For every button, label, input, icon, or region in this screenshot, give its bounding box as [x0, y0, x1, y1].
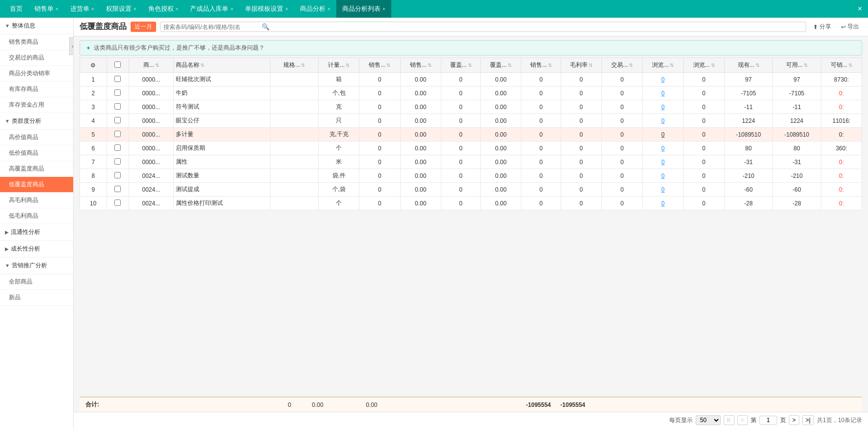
nav-purchase-order[interactable]: 进货单 ×	[64, 0, 100, 18]
sidebar-item-stock-funds[interactable]: 库存资金占用	[0, 97, 73, 113]
col-name-header[interactable]: 商品名称⇅	[173, 58, 270, 73]
sidebar-item-new-goods[interactable]: 新品	[0, 290, 73, 306]
row-num: 4	[80, 114, 107, 128]
page-number-input[interactable]	[760, 416, 777, 425]
row-browse1[interactable]: 0	[643, 197, 683, 210]
close-icon[interactable]: ×	[176, 6, 179, 12]
row-checkbox[interactable]	[107, 86, 129, 100]
row-browse1[interactable]: 0	[643, 128, 683, 142]
col-cov2-header[interactable]: 覆盖...⇅	[481, 58, 521, 73]
row-browse1[interactable]: 0	[643, 73, 683, 86]
close-icon[interactable]: ×	[134, 6, 136, 12]
col-sku-header[interactable]: 商...⇅	[129, 58, 173, 73]
row-checkbox[interactable]	[107, 73, 129, 86]
col-cov1-header[interactable]: 覆盖...⇅	[441, 58, 480, 73]
close-icon[interactable]: ×	[91, 6, 94, 12]
sidebar-item-high-margin[interactable]: 高毛利商品	[0, 193, 73, 208]
col-sales-cnt-header[interactable]: 销售...⇅	[359, 58, 400, 73]
row-checkbox[interactable]	[107, 169, 129, 183]
sidebar-section-overview[interactable]: ▼ 整体信息	[0, 18, 73, 34]
row-browse1[interactable]: 0	[643, 114, 683, 128]
close-icon[interactable]: ×	[285, 6, 288, 12]
row-name: 属性	[173, 155, 270, 169]
nav-product-inbound[interactable]: 产成品入库单 ×	[184, 0, 239, 18]
sidebar-section-marketing[interactable]: ▼ 营销推广分析	[0, 257, 73, 274]
close-all-button[interactable]: ×	[858, 4, 862, 13]
search-icon: 🔍	[262, 23, 270, 30]
nav-sales-order[interactable]: 销售单 ×	[28, 0, 64, 18]
col-sale2-header[interactable]: 销售...⇅	[521, 58, 561, 73]
sidebar-item-sales-goods[interactable]: 销售类商品	[0, 34, 73, 50]
col-margin-header[interactable]: 毛利率⇅	[561, 58, 601, 73]
sidebar-section-cluster[interactable]: ▼ 类群度分析	[0, 113, 73, 130]
select-all-checkbox[interactable]	[114, 61, 121, 68]
nav-template-settings[interactable]: 单据模板设置 ×	[239, 0, 294, 18]
col-browse2-header[interactable]: 浏览...⇅	[683, 58, 724, 73]
row-trans: 0	[601, 128, 642, 142]
first-page-button[interactable]: K	[724, 415, 734, 425]
row-browse1[interactable]: 0	[643, 142, 683, 155]
search-input[interactable]	[163, 24, 262, 30]
page-size-select[interactable]: 50 100 200	[696, 415, 721, 425]
row-checkbox[interactable]	[107, 183, 129, 197]
sidebar-item-low-coverage[interactable]: 低覆盖度商品	[0, 177, 73, 193]
table-container[interactable]: ⚙ 商...⇅ 商品名称⇅ 规格...⇅ 计量...⇅ 销售...⇅ 销售...…	[80, 57, 862, 397]
row-checkbox[interactable]	[107, 114, 129, 128]
nav-home[interactable]: 首页	[4, 0, 28, 18]
row-browse1[interactable]: 0	[643, 100, 683, 114]
col-unit-header[interactable]: 计量...⇅	[319, 58, 359, 73]
col-settings[interactable]: ⚙	[80, 58, 107, 73]
row-checkbox[interactable]	[107, 197, 129, 210]
row-browse1[interactable]: 0	[643, 155, 683, 169]
close-icon[interactable]: ×	[382, 6, 385, 12]
sidebar-item-low-margin[interactable]: 低毛利商品	[0, 208, 73, 224]
row-browse1[interactable]: 0	[643, 169, 683, 183]
sidebar-item-high-coverage[interactable]: 高覆盖度商品	[0, 161, 73, 177]
last-page-button[interactable]: >|	[802, 415, 814, 425]
export-button[interactable]: ↩ 导出	[838, 22, 862, 32]
sidebar-item-all-goods[interactable]: 全部商品	[0, 274, 73, 290]
table-row: 5 0000... 多计量 克,千克 0 0.00 0 0.00 0 0 0 0…	[80, 128, 862, 142]
sidebar-section-liquidity[interactable]: ▶ 流通性分析	[0, 224, 73, 241]
totals-cov2: 0.00	[357, 401, 386, 408]
nav-product-analysis[interactable]: 商品分析 ×	[294, 0, 336, 18]
prev-page-button[interactable]: <	[737, 415, 748, 425]
row-checkbox[interactable]	[107, 128, 129, 142]
nav-permissions[interactable]: 权限设置 ×	[100, 0, 142, 18]
row-margin: 0	[561, 114, 601, 128]
sidebar-item-traded-goods[interactable]: 交易过的商品	[0, 50, 73, 66]
row-checkbox[interactable]	[107, 142, 129, 155]
col-sales-amt-header[interactable]: 销售...⇅	[400, 58, 441, 73]
next-page-button[interactable]: >	[789, 415, 799, 425]
data-table: ⚙ 商...⇅ 商品名称⇅ 规格...⇅ 计量...⇅ 销售...⇅ 销售...…	[80, 57, 862, 210]
sidebar-item-low-value[interactable]: 低价值商品	[0, 145, 73, 161]
close-icon[interactable]: ×	[230, 6, 233, 12]
col-trans-header[interactable]: 交易...⇅	[601, 58, 642, 73]
row-sale2: 0	[521, 169, 561, 183]
col-spec-header[interactable]: 规格...⇅	[270, 58, 318, 73]
row-margin: 0	[561, 86, 601, 100]
share-button[interactable]: ⬆ 分享	[810, 22, 834, 32]
sidebar-section-growth[interactable]: ▶ 成长性分析	[0, 241, 73, 257]
col-sellable-header[interactable]: 可销...⇅	[821, 58, 862, 73]
row-available: 1224	[773, 114, 821, 128]
col-browse1-header[interactable]: 浏览...⇅	[643, 58, 683, 73]
row-checkbox[interactable]	[107, 100, 129, 114]
sidebar-item-in-stock[interactable]: 有库存商品	[0, 82, 73, 97]
period-button[interactable]: 近一月	[131, 22, 156, 32]
row-browse1[interactable]: 0	[643, 86, 683, 100]
close-icon[interactable]: ×	[327, 6, 330, 12]
nav-role-auth[interactable]: 角色授权 ×	[142, 0, 185, 18]
row-num: 3	[80, 100, 107, 114]
row-browse1[interactable]: 0	[643, 183, 683, 197]
table-row: 1 0000... 旺辅批次测试 箱 0 0.00 0 0.00 0 0 0 0…	[80, 73, 862, 86]
nav-product-analysis-list[interactable]: 商品分析列表 ×	[336, 0, 391, 18]
sidebar-collapse-button[interactable]: «	[69, 37, 74, 55]
col-current-header[interactable]: 现有...⇅	[724, 58, 772, 73]
row-checkbox[interactable]	[107, 155, 129, 169]
sidebar-item-high-value[interactable]: 高价值商品	[0, 130, 73, 145]
table-row: 10 0024... 属性价格打印测试 个 0 0.00 0 0.00 0 0 …	[80, 197, 862, 210]
close-icon[interactable]: ×	[55, 6, 58, 12]
sidebar-item-category-rate[interactable]: 商品分类动销率	[0, 66, 73, 82]
col-available-header[interactable]: 可用...⇅	[773, 58, 821, 73]
